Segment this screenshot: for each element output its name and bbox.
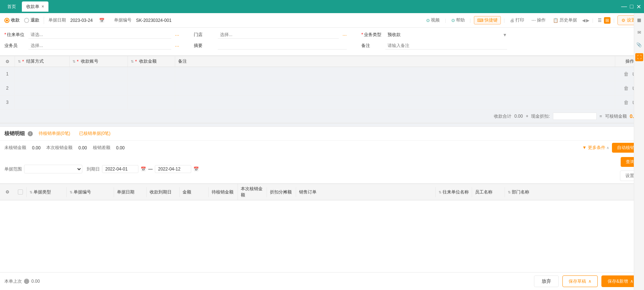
row-delete-icon-3[interactable]: 🗑 [623,99,629,106]
salesperson-more-btn[interactable]: ··· [175,43,179,49]
sort-account-icon[interactable]: ⇅ [72,59,75,63]
table-row: 3 🗑 ⧉ [0,95,644,110]
td-amount-3[interactable] [127,95,175,109]
diff-value: 0.00 [116,145,125,150]
td-account-2[interactable] [69,81,127,95]
counterparty-label: *往来单位 [4,32,26,38]
bottom-table-settings-icon[interactable]: ⚙ [0,189,15,195]
current-check-value: 0.00 [78,145,87,150]
abandon-btn[interactable]: 放弃 [534,275,559,287]
col-remark: 备注 [175,56,615,67]
store-label: 门店 [194,32,216,38]
td-account-3[interactable] [69,95,127,109]
salesperson-label: 业务员 [4,43,26,49]
td-settlement-2[interactable] [15,81,69,95]
scope-select[interactable] [24,165,82,173]
pending-tab[interactable]: 待核销单据(0笔) [36,130,73,137]
radio-receipt-dot [4,18,9,23]
nav-next-btn[interactable]: ▶ [586,18,589,23]
maximize-btn[interactable]: □ [630,3,633,10]
row-num-1: 1 [0,71,15,77]
sidebar-screen-icon[interactable]: ⛶ [635,53,643,61]
sort-type-icon[interactable]: ⇅ [30,190,32,194]
list-view-btn[interactable]: ☰ [596,17,603,24]
sort-counterparty-icon[interactable]: ⇅ [439,190,441,194]
section2-title: 核销明细 [4,130,25,137]
sort-dept-icon[interactable]: ⇅ [508,190,511,194]
tab-close-icon[interactable]: × [42,4,44,9]
equals-sign: = [600,114,602,119]
td-remark-1[interactable] [175,67,615,81]
row-delete-icon-1[interactable]: 🗑 [623,70,629,78]
salesperson-input[interactable] [28,42,171,50]
more-conditions-btn[interactable]: ▼ 更多条件 ∧ [582,145,609,151]
date-to-cal-icon[interactable]: 📅 [193,166,199,172]
td-amount-2[interactable] [127,81,175,95]
counterparty-field: *往来单位 ··· [4,31,179,39]
sort-settlement-icon[interactable]: ⇅ [18,59,21,63]
td-settlement-1[interactable] [15,67,69,81]
counterparty-more-btn[interactable]: ··· [175,32,179,38]
tab-receipt[interactable]: 收款单 × [22,1,48,12]
radio-receipt[interactable]: 收款 [4,17,20,23]
table-header: ⚙ ⇅ * 结算方式 ⇅ * 收款账号 ⇅ * 收款金额 备注 [0,56,644,67]
td-account-1[interactable] [69,67,127,81]
close-btn[interactable]: ✕ [636,3,641,10]
shortcut-btn[interactable]: ⌨ 快捷键 [474,16,501,24]
row-delete-icon-2[interactable]: 🗑 [623,85,629,92]
counterparty-input[interactable] [28,31,171,39]
sidebar-mail-icon[interactable]: ✉ [635,28,643,36]
td-amount-1[interactable] [127,67,175,81]
form-row-1: *往来单位 ··· 门店 ··· *业务类型 [4,31,640,39]
print-btn[interactable]: 🖨 打印 [508,16,526,24]
current-check-label: 本次核销金额 [46,145,72,151]
memo-input[interactable] [218,42,347,50]
total-value: 0.00 [514,114,523,119]
remark-input[interactable] [385,42,507,50]
table-settings-icon[interactable]: ⚙ [0,57,15,66]
footer-info-icon[interactable]: ⓘ [24,279,29,284]
date-range-separator: — [148,166,153,172]
date-from-cal-icon[interactable]: 📅 [141,166,146,172]
sort-amount-icon[interactable]: ⇅ [131,59,134,63]
history-btn[interactable]: 📋 历史单据 [551,16,579,24]
unchecked-value: 0.00 [32,145,40,150]
td-remark-2[interactable] [175,81,615,95]
sidebar-table-icon[interactable]: ▦ [635,16,643,24]
help-btn[interactable]: ⊙ 帮助 [449,16,467,24]
date-label: 单据日期 [48,17,66,23]
tab-bar: 首页 收款单 × — □ ✕ [0,0,644,13]
minimize-btn[interactable]: — [621,3,627,10]
date-from-input[interactable] [102,165,138,173]
radio-refund[interactable]: 退款 [24,17,39,23]
store-input[interactable] [218,31,339,39]
row-num-3: 3 [0,100,15,105]
date-value: 2023-03-24 [70,18,93,23]
sidebar-clip-icon[interactable]: 📎 [635,41,643,49]
sort-number-icon[interactable]: ⇅ [70,190,72,194]
row-num-2: 2 [0,86,15,91]
td-remark-3[interactable] [175,95,615,109]
save-draft-btn[interactable]: 保存草稿 ∧ [562,275,598,287]
bth-pending: 待核销金额 [208,187,237,197]
store-more-btn[interactable]: ··· [342,32,347,38]
td-settlement-3[interactable] [15,95,69,109]
biz-type-dropdown[interactable]: ▼ [503,32,507,38]
form-row-2: 业务员 ··· 摘要 备注 [4,42,640,50]
bth-sales-order: 销售订单 [296,187,435,197]
section2-info-icon[interactable]: i [28,131,33,136]
section2-header: 核销明细 i 待核销单据(0笔) 已核销单据(0笔) [0,127,644,141]
grid-view-btn[interactable]: ⊞ [604,17,610,24]
bottom-table-checkbox-all[interactable] [15,189,26,195]
bth-amount: 金额 [179,187,208,197]
discount-input[interactable] [553,113,597,120]
footer-right: 放弃 保存草稿 ∧ 保存&新增 ∧ [534,275,640,287]
tab-home[interactable]: 首页 [3,1,20,12]
done-tab[interactable]: 已核销单据(0笔) [76,130,114,137]
nav-prev-btn[interactable]: ◀ [582,18,585,23]
date-to-input[interactable] [155,165,191,173]
bth-current: 本次核销金额 [237,184,267,200]
calendar-icon[interactable]: 📅 [97,17,107,24]
video-btn[interactable]: ⊙ 视频 [424,16,442,24]
ops-btn[interactable]: ⋯ 操作 [529,16,548,24]
